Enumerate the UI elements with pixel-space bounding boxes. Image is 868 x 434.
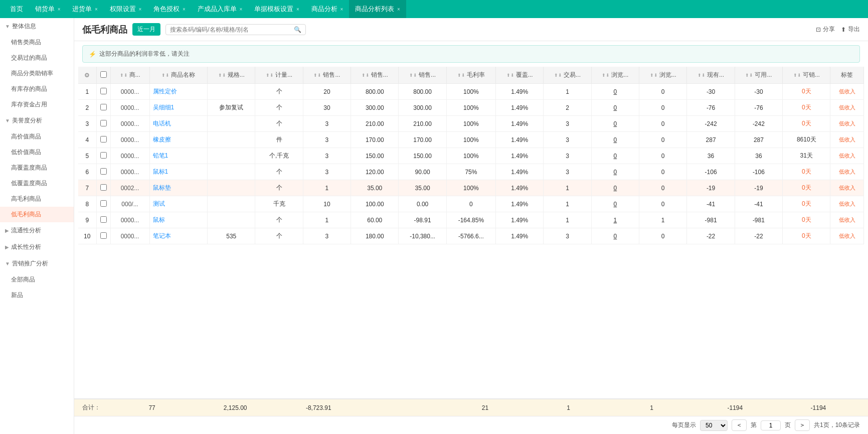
sidebar-group-flow[interactable]: ▶ 流通性分析 <box>0 222 74 239</box>
td-checkbox[interactable] <box>96 228 110 244</box>
td-name[interactable]: 吴细细1 <box>149 100 208 116</box>
td-sales-amount: -10,380... <box>399 228 446 244</box>
gear-icon[interactable]: ⚙ <box>84 72 90 79</box>
td-unit: 个 <box>255 100 303 116</box>
td-checkbox[interactable] <box>96 100 110 116</box>
nav-item-product-analysis[interactable]: 商品分析 × <box>305 0 349 18</box>
td-name[interactable]: 属性定价 <box>149 84 208 100</box>
td-sales-amount: 35.00 <box>399 180 446 196</box>
sort-icon-8: ⬆⬇ <box>457 73 465 78</box>
sidebar-item-category-rate[interactable]: 商品分类助销率 <box>0 66 74 81</box>
sidebar-item-traded-goods[interactable]: 交易过的商品 <box>0 50 74 66</box>
nav-close-permission[interactable]: × <box>139 7 142 12</box>
next-page-btn[interactable]: ＞ <box>795 419 810 431</box>
row-checkbox[interactable] <box>100 232 107 239</box>
row-checkbox[interactable] <box>100 216 107 223</box>
sidebar-group-marketing[interactable]: ▼ 营销推广分析 <box>0 255 74 272</box>
page-input[interactable] <box>761 420 781 430</box>
footer-label: 合计： <box>82 403 100 412</box>
td-checkbox[interactable] <box>96 132 110 148</box>
nav-close-analysis-list[interactable]: × <box>397 7 400 12</box>
sidebar-item-low-coverage[interactable]: 低覆盖度商品 <box>0 176 74 191</box>
td-tag: 低收入 <box>830 196 864 212</box>
row-checkbox[interactable] <box>100 120 107 126</box>
nav-item-sales[interactable]: 销货单 × <box>29 0 66 18</box>
td-gross-rate: 100% <box>446 180 495 196</box>
notice-text: 这部分商品的利润非常低，请关注 <box>99 50 190 58</box>
sidebar-item-high-margin[interactable]: 高毛利商品 <box>0 191 74 207</box>
td-name[interactable]: 鼠标垫 <box>149 180 208 196</box>
nav-item-role[interactable]: 角色授权 × <box>147 0 191 18</box>
nav-close-template[interactable]: × <box>296 7 299 12</box>
td-name[interactable]: 橡皮擦 <box>149 132 208 148</box>
th-tag: 标签 <box>830 67 864 84</box>
sidebar-item-low-margin[interactable]: 低毛利商品 <box>0 207 74 222</box>
row-checkbox[interactable] <box>100 104 107 110</box>
td-checkbox[interactable] <box>96 148 110 164</box>
nav-item-template[interactable]: 单据模板设置 × <box>248 0 305 18</box>
td-browse2: 1 <box>639 212 687 228</box>
td-checkbox[interactable] <box>96 116 110 132</box>
prev-page-btn[interactable]: ＜ <box>732 419 747 431</box>
td-current-stock: -76 <box>687 100 735 116</box>
sidebar-item-new-goods[interactable]: 新品 <box>0 287 74 303</box>
td-name[interactable]: 鼠标 <box>149 212 208 228</box>
nav-close-product-analysis[interactable]: × <box>340 7 343 12</box>
search-input[interactable] <box>170 26 292 33</box>
sidebar-group-growth[interactable]: ▶ 成长性分析 <box>0 239 74 255</box>
sidebar-item-stocked-goods[interactable]: 有库存的商品 <box>0 81 74 97</box>
td-checkbox[interactable] <box>96 164 110 180</box>
td-name[interactable]: 电话机 <box>149 116 208 132</box>
row-checkbox[interactable] <box>100 168 107 175</box>
td-checkbox[interactable] <box>96 180 110 196</box>
td-checkbox[interactable] <box>96 212 110 228</box>
sidebar-item-low-value[interactable]: 低价值商品 <box>0 144 74 160</box>
nav-close-role[interactable]: × <box>183 7 186 12</box>
search-box[interactable]: 🔍 <box>165 24 306 35</box>
td-checkbox[interactable] <box>96 196 110 212</box>
sidebar-group-reputation[interactable]: ▼ 美誉度分析 <box>0 112 74 129</box>
nav-item-finished[interactable]: 产成品入库单 × <box>192 0 248 18</box>
nav-item-purchase[interactable]: 进货单 × <box>66 0 103 18</box>
nav-close-finished[interactable]: × <box>240 7 243 12</box>
sidebar-item-sales-goods[interactable]: 销售类商品 <box>0 35 74 50</box>
td-sales-amount: 170.00 <box>399 132 446 148</box>
td-browse2: 0 <box>639 100 687 116</box>
table-body: 1 0000... 属性定价 个 20 800.00 800.00 100% 1… <box>78 84 864 244</box>
sort-icon-2: ⬆⬇ <box>161 73 169 78</box>
sidebar: ▼ 整体信息 销售类商品 交易过的商品 商品分类助销率 有库存的商品 库存资金占… <box>0 18 74 434</box>
sidebar-item-high-value[interactable]: 高价值商品 <box>0 129 74 144</box>
td-checkbox[interactable] <box>96 84 110 100</box>
sidebar-group-overall[interactable]: ▼ 整体信息 <box>0 18 74 35</box>
share-button[interactable]: ⊡ 分享 <box>816 25 835 34</box>
row-checkbox[interactable] <box>100 184 107 191</box>
nav-close-sales[interactable]: × <box>58 7 61 12</box>
td-available: 287 <box>735 132 782 148</box>
td-name[interactable]: 测试 <box>149 196 208 212</box>
page-size-select[interactable]: 50 100 200 <box>700 420 728 431</box>
row-checkbox[interactable] <box>100 88 107 94</box>
th-settings[interactable]: ⚙ <box>78 67 96 84</box>
nav-close-purchase[interactable]: × <box>95 7 98 12</box>
row-checkbox[interactable] <box>100 136 107 142</box>
nav-item-home[interactable]: 首页 <box>4 0 29 18</box>
row-checkbox[interactable] <box>100 200 107 207</box>
td-name[interactable]: 铅笔1 <box>149 148 208 164</box>
nav-item-analysis-list[interactable]: 商品分析列表 × <box>349 0 406 18</box>
td-sales-price: 120.00 <box>351 164 399 180</box>
nav-item-permission[interactable]: 权限设置 × <box>104 0 147 18</box>
filter-btn[interactable]: 近一月 <box>132 23 160 36</box>
td-coverage: 1.49% <box>496 164 544 180</box>
td-name[interactable]: 鼠标1 <box>149 164 208 180</box>
select-all-checkbox[interactable] <box>100 71 107 78</box>
td-name[interactable]: 笔记本 <box>149 228 208 244</box>
sidebar-item-stock-fund[interactable]: 库存资金占用 <box>0 97 74 112</box>
export-button[interactable]: ⬆ 导出 <box>841 25 860 34</box>
td-tag: 低收入 <box>830 148 864 164</box>
row-checkbox[interactable] <box>100 152 107 159</box>
sidebar-item-all-goods[interactable]: 全部商品 <box>0 272 74 287</box>
td-sales-qty: 3 <box>303 132 351 148</box>
th-checkbox[interactable] <box>96 67 110 84</box>
td-unit: 个 <box>255 180 303 196</box>
sidebar-item-high-coverage[interactable]: 高覆盖度商品 <box>0 160 74 176</box>
